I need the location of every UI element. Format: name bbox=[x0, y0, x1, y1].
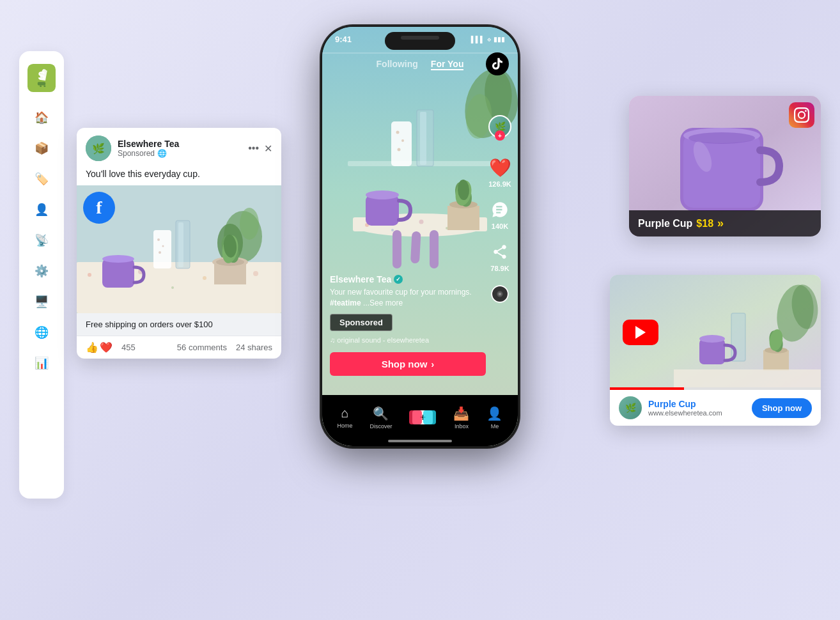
fb-reactions-count: 455 bbox=[121, 343, 136, 352]
youtube-brand-info: Purple Cup www.elsewheretea.com bbox=[648, 399, 745, 417]
tiktok-share-action[interactable]: 78.9K bbox=[488, 240, 511, 272]
svg-rect-55 bbox=[410, 231, 421, 264]
svg-point-43 bbox=[396, 131, 400, 134]
phone-shell: 9:41 ▌▌▌ ⟐ ▮▮▮ Following For You bbox=[321, 26, 519, 447]
fb-close-icon[interactable]: ✕ bbox=[264, 143, 272, 155]
svg-point-27 bbox=[102, 255, 134, 263]
tiktok-bottom-nav: ⌂ Home 🔍 Discover + 📥 Inbox bbox=[322, 395, 518, 446]
tiktok-music-action[interactable] bbox=[488, 283, 511, 306]
svg-point-11 bbox=[240, 208, 259, 240]
tiktok-sound-info: ♫ original sound - elsewheretea bbox=[330, 336, 486, 344]
youtube-logo-icon bbox=[623, 320, 658, 345]
svg-rect-53 bbox=[393, 230, 401, 268]
svg-rect-41 bbox=[420, 112, 426, 165]
fb-sponsored-label: Sponsored 🌐 bbox=[118, 149, 242, 158]
sidebar-item-tags[interactable]: 🏷️ bbox=[29, 166, 54, 192]
svg-point-77 bbox=[699, 335, 725, 343]
youtube-shop-now-button[interactable]: Shop now bbox=[752, 398, 812, 418]
tiktok-nav-home[interactable]: ⌂ Home bbox=[337, 406, 352, 429]
youtube-ad-info: 🌿 Purple Cup www.elsewheretea.com Shop n… bbox=[610, 390, 821, 426]
youtube-progress-fill bbox=[610, 387, 684, 390]
tiktok-create-btn[interactable]: + bbox=[409, 408, 436, 426]
instagram-product-name: Purple Cup bbox=[638, 218, 692, 229]
svg-rect-75 bbox=[731, 313, 745, 361]
fb-stats: 56 comments 24 shares bbox=[177, 343, 272, 352]
tiktok-comment-action[interactable]: 140K bbox=[488, 198, 511, 230]
svg-rect-35 bbox=[322, 52, 518, 54]
tiktok-comment-icon bbox=[488, 198, 511, 221]
shopify-logo-icon[interactable]: S bbox=[27, 64, 56, 92]
svg-point-19 bbox=[253, 271, 258, 276]
shopify-sidebar: S 🏠 📦 🏷️ 👤 📡 ⚙️ 🖥️ 🌐 📊 bbox=[19, 51, 64, 499]
status-time: 9:41 bbox=[335, 35, 352, 44]
svg-rect-26 bbox=[102, 259, 134, 288]
tiktok-follow-plus: + bbox=[495, 130, 505, 141]
svg-point-24 bbox=[162, 245, 164, 247]
fb-card-header: 🌿 Elsewhere Tea Sponsored 🌐 ••• ✕ bbox=[77, 128, 281, 169]
fb-brand-info: Elsewhere Tea Sponsored 🌐 bbox=[118, 139, 242, 158]
tiktok-shares-count: 78.9K bbox=[490, 265, 509, 272]
svg-rect-54 bbox=[430, 230, 439, 268]
sidebar-item-analytics[interactable]: 🌐 bbox=[29, 320, 54, 345]
svg-text:🌿: 🌿 bbox=[92, 143, 105, 155]
svg-rect-58 bbox=[447, 206, 479, 230]
phone-speaker bbox=[401, 36, 439, 40]
fb-brand-name: Elsewhere Tea bbox=[118, 139, 242, 149]
tiktok-video-info: Elsewhere Tea ✓ Your new favourite cup f… bbox=[330, 274, 486, 344]
sidebar-item-customers[interactable]: 👤 bbox=[29, 197, 54, 222]
reaction-icons: 👍 ❤️ bbox=[86, 341, 113, 353]
sidebar-item-charts[interactable]: 📊 bbox=[29, 350, 54, 376]
fb-comments-count: 56 comments bbox=[177, 343, 227, 352]
svg-rect-2 bbox=[40, 85, 42, 87]
sidebar-item-settings[interactable]: ⚙️ bbox=[29, 258, 54, 284]
youtube-product-title: Purple Cup bbox=[648, 399, 745, 409]
status-icons: ▌▌▌ ⟐ ▮▮▮ bbox=[471, 36, 505, 43]
tiktok-shop-chevron-icon: › bbox=[431, 359, 434, 369]
phone-wrapper: 9:41 ▌▌▌ ⟐ ▮▮▮ Following For You bbox=[321, 26, 519, 447]
svg-point-50 bbox=[419, 220, 424, 224]
tiktok-following-tab[interactable]: Following bbox=[377, 59, 418, 70]
tiktok-nav-inbox[interactable]: 📥 Inbox bbox=[453, 406, 469, 430]
tiktok-verified-icon: ✓ bbox=[394, 275, 403, 284]
tiktok-profile-action[interactable]: 🌿 + bbox=[488, 115, 511, 138]
svg-rect-21 bbox=[178, 222, 183, 267]
svg-rect-22 bbox=[153, 230, 171, 268]
tiktok-comments-count: 140K bbox=[492, 222, 508, 230]
svg-point-25 bbox=[159, 251, 161, 254]
phone-home-indicator bbox=[388, 440, 452, 442]
svg-point-23 bbox=[157, 238, 160, 241]
fb-more-icon[interactable]: ••• bbox=[248, 143, 259, 155]
svg-rect-1 bbox=[38, 82, 45, 85]
svg-text:S: S bbox=[38, 70, 45, 82]
tiktok-like-action[interactable]: ❤️ 126.9K bbox=[488, 156, 511, 188]
instagram-price: $18 bbox=[696, 218, 713, 229]
tiktok-nav-discover[interactable]: 🔍 Discover bbox=[369, 406, 392, 430]
youtube-website-url: www.elsewheretea.com bbox=[648, 409, 745, 417]
fb-shipping-text: Free shipping on orders over $100 bbox=[77, 313, 281, 336]
globe-icon: 🌐 bbox=[157, 149, 167, 158]
svg-point-45 bbox=[398, 148, 401, 151]
signal-icon: ▌▌▌ bbox=[471, 36, 485, 43]
sidebar-item-orders[interactable]: 📦 bbox=[29, 136, 54, 161]
youtube-ad-card: 🌿 Purple Cup www.elsewheretea.com Shop n… bbox=[610, 275, 821, 426]
tiktok-for-you-tab[interactable]: For You bbox=[431, 59, 464, 70]
tiktok-nav-me[interactable]: 👤 Me bbox=[486, 406, 502, 430]
sidebar-item-home[interactable]: 🏠 bbox=[29, 105, 54, 130]
tiktok-video-caption: Your new favourite cup for your mornings… bbox=[330, 287, 486, 309]
svg-point-49 bbox=[391, 229, 394, 231]
youtube-play-icon bbox=[635, 326, 646, 339]
tiktok-shop-now-button[interactable]: Shop now › bbox=[330, 352, 486, 376]
youtube-progress-bar bbox=[610, 387, 821, 390]
youtube-ad-thumbnail bbox=[610, 275, 821, 390]
tiktok-hashtag: #teatime bbox=[330, 298, 361, 307]
svg-rect-42 bbox=[391, 121, 412, 166]
tiktok-nav-create[interactable]: + bbox=[409, 408, 436, 426]
fb-card-actions: ••• ✕ bbox=[248, 143, 272, 155]
fb-description: You'll love this everyday cup. bbox=[77, 169, 281, 185]
sidebar-item-marketing[interactable]: 📡 bbox=[29, 228, 54, 253]
facebook-logo-icon: f bbox=[83, 192, 115, 224]
tiktok-username: Elsewhere Tea ✓ bbox=[330, 274, 486, 284]
tiktok-profile-icon: 👤 bbox=[486, 406, 502, 421]
sidebar-item-reports[interactable]: 🖥️ bbox=[29, 289, 54, 314]
svg-rect-56 bbox=[366, 195, 399, 226]
